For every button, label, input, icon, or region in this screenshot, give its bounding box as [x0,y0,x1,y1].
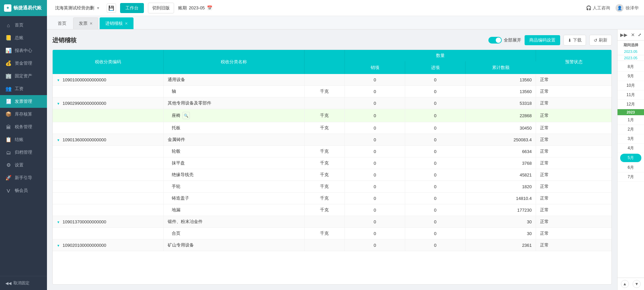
td-tax-name: 金属铸件 [163,134,304,146]
td-tax-name: 矿山专用设备 [163,239,304,251]
payroll-icon: 👥 [5,86,11,92]
td-sale-qty: 0 [345,181,405,193]
expand-icon[interactable]: ▼ [57,78,60,82]
td-sale-qty: 0 [345,193,405,204]
period-item-6[interactable]: 6月 [618,163,644,172]
td-purchase-qty: 0 [405,216,466,228]
period-year-2023: 2023 [618,109,644,116]
period-item-3[interactable]: 3月 [618,134,644,144]
td-unit: 千克 [304,146,344,157]
period-next-button[interactable]: ▼ [633,280,641,288]
td-total: 53318 [466,97,536,109]
sidebar-item-payroll[interactable]: 👥 工资 [0,82,47,95]
td-tax-name: 绝缘导线壳 [163,169,304,181]
td-tax-code [53,86,163,97]
main-area: 沈海英测试经营勿删 ▼ 💾 工作台 切到旧版 账期 2023-05 📅 🎧 人工… [47,0,644,290]
user-menu[interactable]: 👤 徐泽华 [615,4,639,12]
workbench-button[interactable]: 工作台 [120,3,144,13]
td-purchase-qty: 0 [405,122,466,134]
td-tax-code [53,181,163,193]
td-tax-name: 轴 [163,86,304,97]
period-item-12[interactable]: 12月 [618,100,644,109]
sidebar-item-guide[interactable]: 🚀 新手引导 [0,171,47,184]
product-code-setting-button[interactable]: 商品编码设置 [525,35,560,45]
save-button[interactable]: 💾 [107,3,116,13]
sidebar-item-reports[interactable]: 📊 报表中心 [0,44,47,57]
td-total: 13560 [466,86,536,97]
panel-expand-icon[interactable]: ▶▶ [620,32,628,38]
sidebar-item-settlement[interactable]: 📋 结账 [0,133,47,146]
td-status: 正常 [536,193,611,204]
sidebar-item-archive[interactable]: 🗂 归档管理 [0,146,47,159]
tab-reconcile[interactable]: 进销稽核 ✕ [100,17,133,29]
td-tax-code [53,146,163,157]
download-label: 下载 [573,37,582,43]
tab-home-label: 首页 [58,20,66,26]
expand-icon[interactable]: ▼ [57,220,60,224]
sidebar-item-tax[interactable]: 🏛 税务管理 [0,121,47,133]
td-status: 正常 [536,204,611,216]
user-name: 徐泽华 [626,5,639,11]
page-title: 进销稽核 [52,36,488,44]
support-button[interactable]: 🎧 人工咨询 [586,5,610,11]
expand-icon[interactable]: ▼ [57,138,60,142]
td-total: 6634 [466,146,536,157]
tab-home[interactable]: 首页 [52,18,72,29]
topbar: 沈海英测试经营勿删 ▼ 💾 工作台 切到旧版 账期 2023-05 📅 🎧 人工… [47,0,644,16]
period-item-5-active[interactable]: 5月 [620,154,641,162]
sidebar-item-inventory[interactable]: 📦 库存核算 [0,108,47,121]
th-purchase-qty: 进项 [405,61,466,74]
period-item-1[interactable]: 1月 [618,116,644,125]
td-unit: 千克 [304,228,344,239]
period-item-9[interactable]: 9月 [618,72,644,81]
download-button[interactable]: ⬇ 下载 [564,35,586,46]
td-sale-qty: 0 [345,228,405,239]
reconcile-table: 税收分类编码 税收分类名称 数量 预警状态 销项 进项 累计数额 [52,50,612,285]
period-item-2[interactable]: 2月 [618,125,644,134]
period-prev-button[interactable]: ▲ [621,280,629,288]
period-item-11[interactable]: 11月 [618,90,644,100]
invoice-icon: 🧾 [5,98,11,104]
td-status: 正常 [536,239,611,251]
th-sale-qty: 销项 [345,61,405,74]
save-icon: 💾 [108,5,114,11]
table-row: 合页 千克 0 0 30 正常 [53,228,611,239]
sidebar-item-fixed-assets[interactable]: 🏢 固定资产 [0,70,47,82]
period-item-7[interactable]: 7月 [618,172,644,182]
period-item-8[interactable]: 8月 [618,62,644,72]
td-tax-name: 手轮 [163,181,304,193]
sidebar-item-settings[interactable]: ⚙ 设置 [0,159,47,171]
sidebar-item-invoice[interactable]: 🧾 发票管理 [0,95,47,108]
tab-invoice[interactable]: 发票 ✕ [73,17,98,29]
sidebar-item-label: 首页 [15,22,23,28]
sidebar-item-ledger[interactable]: 📒 总账 [0,31,47,44]
period-item-4[interactable]: 4月 [618,144,644,153]
tab-invoice-close[interactable]: ✕ [90,21,93,26]
td-tax-code [53,169,163,181]
sidebar-item-home[interactable]: ⌂ 首页 [0,19,47,31]
period-item-10[interactable]: 10月 [618,81,644,90]
period-selector-label: 期间选择 [618,41,644,48]
row-search-icon[interactable]: 🔍 [182,112,190,119]
sidebar-item-label: 归档管理 [15,149,32,155]
expand-icon[interactable]: ▼ [57,244,60,247]
panel-close-button[interactable]: ✕ [631,32,635,38]
toggle-switch[interactable] [488,37,502,44]
expand-icon[interactable]: ▼ [57,102,60,105]
oldver-button[interactable]: 切到旧版 [148,3,174,13]
company-selector[interactable]: 沈海英测试经营勿删 ▼ [52,4,103,12]
calendar-icon: 📅 [207,5,212,10]
sidebar-item-label: 工资 [15,86,23,92]
tab-reconcile-close[interactable]: ✕ [125,21,128,26]
sidebar-item-funds[interactable]: 💰 资金管理 [0,57,47,70]
panel-fullscreen-icon[interactable]: ⤢ [638,32,641,37]
sidebar-item-member[interactable]: V 畅会员 [0,184,47,197]
inventory-icon: 📦 [5,111,11,117]
td-total: 22868 [466,109,536,122]
td-tax-code: ▼ 109013700000000000 [53,216,163,228]
period-selector[interactable]: 账期 2023-05 📅 [178,5,212,11]
refresh-button[interactable]: ↺ 刷新 [589,35,612,46]
toggle-expand-all[interactable]: 全部展开 [488,37,521,44]
settlement-icon: 📋 [5,137,11,143]
sidebar-unpin-button[interactable]: ◀◀ 取消固定 [0,276,47,290]
